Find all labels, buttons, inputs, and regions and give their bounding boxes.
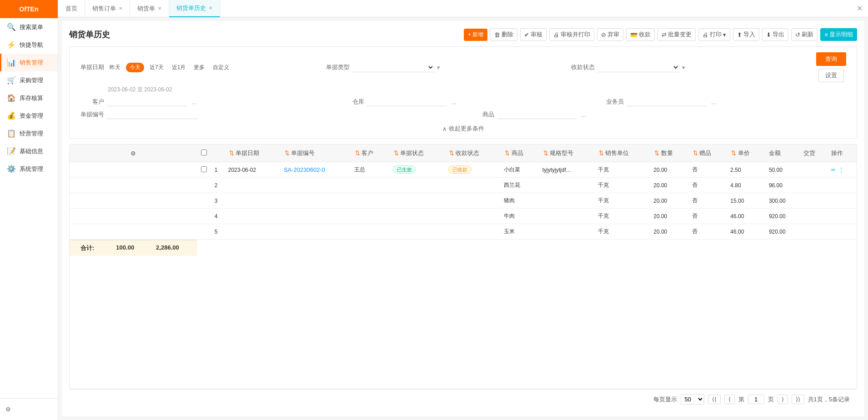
row-quantity: 20.00 <box>650 209 688 224</box>
row-checkbox-cell[interactable] <box>197 178 211 193</box>
refresh-button[interactable]: ↺ 刷新 <box>791 28 818 41</box>
filter-collapse-btn[interactable]: ∧ 收起更多条件 <box>442 125 484 133</box>
export-button[interactable]: ⬇ 导出 <box>762 28 788 41</box>
row-docno[interactable] <box>280 209 351 224</box>
page-size-select[interactable]: 50 100 200 <box>681 394 704 405</box>
date-btn-more[interactable]: 更多 <box>191 63 207 72</box>
sidebar-item-sales-mgmt[interactable]: 📊 销售管理 <box>0 54 58 71</box>
table-header-docstatus[interactable]: ⇅ 单据状态 <box>389 145 445 162</box>
doc-no-link[interactable]: SA-20230602-0 <box>284 166 325 173</box>
tab-bar-close-btn[interactable]: ✕ <box>855 4 864 13</box>
row-checkbox-cell[interactable] <box>197 193 211 209</box>
setting-button[interactable]: 设置 <box>818 69 844 82</box>
row-checkbox-cell[interactable] <box>197 162 211 178</box>
collect-button[interactable]: 💳 收款 <box>626 28 655 41</box>
table-footer-gift <box>138 240 145 256</box>
filter-goods-label: 商品 <box>467 110 494 119</box>
date-btn-today[interactable]: 今天 <box>126 63 144 72</box>
review-button[interactable]: ✔ 审核 <box>520 28 547 41</box>
sidebar-logo: OfTEn <box>0 0 58 18</box>
date-btn-1month[interactable]: 近1月 <box>169 63 189 72</box>
date-btn-custom[interactable]: 自定义 <box>210 63 232 72</box>
row-no: 3 <box>211 193 225 209</box>
print-button[interactable]: 🖨 打印 ▾ <box>698 28 730 41</box>
row-collection-status <box>445 193 500 209</box>
tab-home[interactable]: 首页 <box>58 0 85 17</box>
sidebar-item-inventory[interactable]: 🏠 库存核算 <box>0 89 58 107</box>
sidebar-item-base-info[interactable]: 📝 基础信息 <box>0 142 58 160</box>
filter-salesperson-input[interactable] <box>627 97 707 106</box>
row-checkbox-cell[interactable] <box>197 224 211 240</box>
pagination-first-btn[interactable]: ⟨⟨ <box>708 395 721 404</box>
tab-sales-order-close[interactable]: ✕ <box>119 6 122 11</box>
tab-sales-delivery-close[interactable]: ✕ <box>158 6 161 11</box>
table-header-docno[interactable]: ⇅ 单据编号 <box>280 145 351 162</box>
table-header-gift[interactable]: ⇅ 赠品 <box>688 145 727 162</box>
import-button[interactable]: ⬆ 导入 <box>733 28 759 41</box>
row-docno[interactable]: SA-20230602-0 <box>280 162 351 178</box>
edit-action-btn[interactable]: ✏ <box>831 167 836 173</box>
tab-sales-history-close[interactable]: ✕ <box>209 5 212 10</box>
pagination-prev-btn[interactable]: ⟨ <box>724 395 735 404</box>
abandon-button[interactable]: ⊘ 弃审 <box>597 28 623 41</box>
tab-sales-order[interactable]: 销售订单 ✕ <box>85 0 130 17</box>
import-icon: ⬆ <box>737 31 742 38</box>
query-button[interactable]: 查询 <box>816 52 846 66</box>
tab-sales-delivery[interactable]: 销货单 ✕ <box>130 0 169 17</box>
row-checkbox-cell[interactable] <box>197 209 211 224</box>
page-number-input[interactable] <box>748 395 764 404</box>
table-header-quantity[interactable]: ⇅ 数量 <box>650 145 688 162</box>
sidebar-item-sys-mgmt[interactable]: ⚙️ 系统管理 <box>0 160 58 178</box>
filter-goods-input[interactable] <box>497 110 577 119</box>
tab-sales-history[interactable]: 销货单历史 ✕ <box>169 0 220 17</box>
filter-warehouse-ellipsis[interactable]: ... <box>450 99 458 105</box>
table-select-all-checkbox[interactable] <box>201 150 207 155</box>
table-header-unit[interactable]: ⇅ 销售单位 <box>594 145 650 162</box>
quick-nav-icon: ⚡ <box>7 40 16 49</box>
row-deal <box>800 162 828 178</box>
filter-customer-input[interactable] <box>107 97 187 106</box>
row-gear <box>70 193 197 209</box>
sidebar-bottom-item-1[interactable]: ⚙ <box>0 402 58 416</box>
table-header-checkbox[interactable] <box>197 145 211 162</box>
date-btn-7days[interactable]: 近7天 <box>147 63 166 72</box>
sidebar-item-purchase-mgmt[interactable]: 🛒 采购管理 <box>0 71 58 89</box>
row-docno[interactable] <box>280 193 351 209</box>
delete-button[interactable]: 🗑 删除 <box>490 28 517 41</box>
filter-warehouse-input[interactable] <box>367 97 447 106</box>
filter-goods-ellipsis[interactable]: ... <box>580 111 588 118</box>
table-header-goods[interactable]: ⇅ 商品 <box>500 145 539 162</box>
pagination-next-btn[interactable]: ⟩ <box>778 395 788 404</box>
filter-collection-status-select[interactable] <box>597 62 679 72</box>
filter-customer-ellipsis[interactable]: ... <box>190 99 198 105</box>
table-header-customer[interactable]: ⇅ 客户 <box>351 145 389 162</box>
sidebar-bottom: ⚙ <box>0 398 58 420</box>
filter-salesperson-ellipsis[interactable]: ... <box>709 99 718 105</box>
sidebar-item-quick-nav[interactable]: ⚡ 快捷导航 <box>0 36 58 54</box>
row-collection-status <box>445 178 500 193</box>
sidebar-item-finance-mgmt[interactable]: 💰 资金管理 <box>0 107 58 125</box>
new-button[interactable]: + 新增 <box>464 29 487 41</box>
table-header-collectionstatus[interactable]: ⇅ 收款状态 <box>445 145 500 162</box>
row-docno[interactable] <box>280 178 351 193</box>
sidebar-item-search-menu[interactable]: 🔍 搜索菜单 <box>0 18 58 36</box>
table-header-unitprice[interactable]: ⇅ 单价 <box>727 145 765 162</box>
show-detail-button[interactable]: ≡ 显示明细 <box>820 28 857 41</box>
pagination-last-btn[interactable]: ⟩⟩ <box>792 395 804 404</box>
date-btn-yesterday[interactable]: 昨天 <box>107 63 123 72</box>
row-checkbox[interactable] <box>201 166 207 172</box>
table-header-date[interactable]: ⇅ 单据日期 <box>225 145 280 162</box>
sidebar-item-ops-mgmt[interactable]: 📋 经营管理 <box>0 125 58 142</box>
table-footer-label-text: 合计: <box>77 240 98 256</box>
filter-doctype-select[interactable] <box>352 62 434 72</box>
table-settings-icon[interactable]: ⚙ <box>130 150 136 157</box>
review-print-button[interactable]: 🖨 审核并打印 <box>549 28 594 41</box>
table-header-settings[interactable]: ⚙ <box>70 145 197 162</box>
filter-docno-input[interactable] <box>107 110 198 119</box>
table-footer-amount: 2,286.00 <box>152 240 183 256</box>
more-action-btn[interactable]: ⋮ <box>838 167 844 173</box>
table-header-spec[interactable]: ⇅ 规格型号 <box>539 145 594 162</box>
row-docno[interactable] <box>280 224 351 240</box>
batch-change-button[interactable]: ⇄ 批量变更 <box>657 28 696 41</box>
filter-collection-status-group: 收款状态 ▾ <box>567 62 806 72</box>
